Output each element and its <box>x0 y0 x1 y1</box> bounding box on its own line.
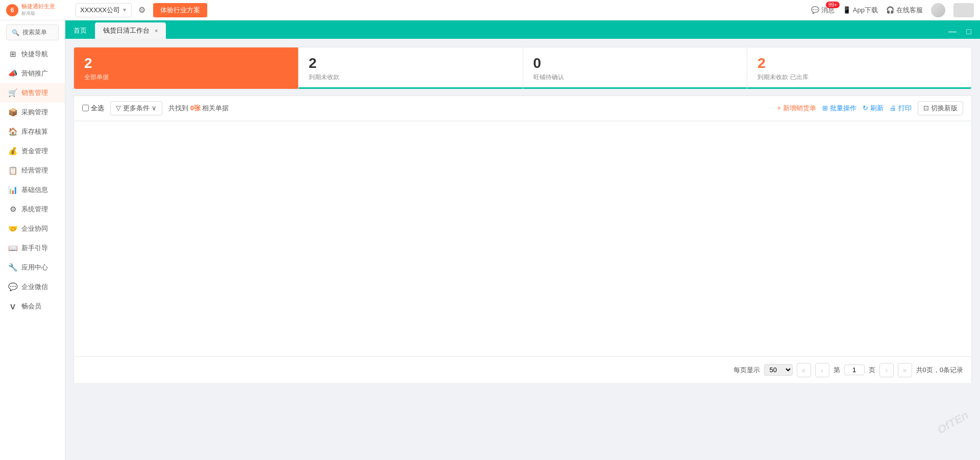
stat-label-all: 全部单据 <box>84 73 288 82</box>
sidebar-item-sales[interactable]: 🛒 销售管理 <box>0 83 65 103</box>
company-selector[interactable]: XXXXXX公司 ▼ <box>76 3 132 17</box>
sales-icon: 🛒 <box>8 88 17 98</box>
switch-label: 切换新版 <box>931 104 958 113</box>
stat-number-overdue: 2 <box>309 55 512 72</box>
sidebar-label-purchase: 采购管理 <box>21 108 48 117</box>
toolbar-right: + 新增销货单 ⊞ 批量操作 ↻ 刷新 🖨 打印 ⊡ 切换新版 <box>777 101 963 115</box>
app-center-icon: 🔧 <box>8 263 17 272</box>
stat-card-all[interactable]: 2 全部单据 <box>74 47 299 89</box>
first-page-button[interactable]: « <box>797 363 811 377</box>
sidebar-item-finance[interactable]: 💰 资金管理 <box>0 141 65 161</box>
inventory-icon: 🏠 <box>8 127 17 136</box>
nav-minimize-button[interactable]: — <box>945 25 960 39</box>
sidebar-label-app-center: 应用中心 <box>21 263 48 272</box>
nav-tabs: 首页 钱货日清工作台 × — □ <box>65 20 980 39</box>
sidebar-item-quick-nav[interactable]: ⊞ 快捷导航 <box>0 44 65 64</box>
search-menu-button[interactable]: 🔍 搜索菜单 <box>6 25 59 40</box>
sidebar-item-system[interactable]: ⚙ 系统管理 <box>0 200 65 219</box>
app-download-item[interactable]: 📱 App下载 <box>843 6 878 15</box>
sidebar-label-enterprise: 企业协同 <box>21 224 48 233</box>
header-right: 💬 消息 99+ 📱 App下载 🎧 在线客服 <box>811 3 974 17</box>
print-label: 打印 <box>898 104 912 113</box>
last-page-button[interactable]: » <box>898 363 912 377</box>
sidebar: 🔍 搜索菜单 ⊞ 快捷导航 📣 营销推广 🛒 销售管理 📦 采购管理 🏠 库存核… <box>0 0 65 460</box>
stat-number-all: 2 <box>84 55 288 72</box>
enterprise-icon: 🤝 <box>8 224 17 233</box>
dropdown-arrow-icon: ▼ <box>122 7 127 13</box>
tab-close-icon[interactable]: × <box>155 28 158 34</box>
page-size-label: 每页显示 <box>733 366 760 375</box>
filter-icon: ▽ <box>116 104 121 112</box>
filter-button[interactable]: ▽ 更多条件 ∨ <box>110 101 162 115</box>
result-text: 共找到 0张 相关单据 <box>168 104 229 113</box>
app-name: 畅捷通好生意 <box>21 3 55 10</box>
operation-icon: 📋 <box>8 166 17 175</box>
sidebar-item-marketing[interactable]: 📣 营销推广 <box>0 64 65 83</box>
sidebar-item-operation[interactable]: 📋 经营管理 <box>0 161 65 180</box>
batch-operation-button[interactable]: ⊞ 批量操作 <box>822 104 856 113</box>
next-page-button[interactable]: › <box>879 363 894 377</box>
result-suffix: 相关单据 <box>202 104 229 112</box>
checkbox-input[interactable] <box>82 105 89 111</box>
search-menu-label: 搜索菜单 <box>22 28 47 37</box>
stats-row: 2 全部单据 2 到期未收款 0 旺铺待确认 2 到期未收款 已出库 <box>74 47 972 89</box>
stat-card-overdue[interactable]: 2 到期未收款 <box>299 47 523 89</box>
page-label: 第 <box>834 366 840 375</box>
message-item[interactable]: 💬 消息 99+ <box>811 6 835 15</box>
select-all-checkbox[interactable]: 全选 <box>82 104 104 113</box>
add-icon: + <box>777 104 781 112</box>
quick-nav-icon: ⊞ <box>8 50 17 59</box>
sidebar-label-marketing: 营销推广 <box>21 69 48 78</box>
page-size-select[interactable]: 50 10 20 100 <box>764 364 793 376</box>
online-service-item[interactable]: 🎧 在线客服 <box>886 6 923 15</box>
system-icon: ⚙ <box>8 205 17 214</box>
sidebar-item-app-center[interactable]: 🔧 应用中心 <box>0 258 65 277</box>
print-button[interactable]: 🖨 打印 <box>890 104 912 113</box>
nav-actions: — □ <box>945 25 980 39</box>
avatar[interactable] <box>931 3 945 17</box>
purchase-icon: 📦 <box>8 108 17 117</box>
app-version: 标准版 <box>21 10 55 17</box>
stat-card-pending[interactable]: 0 旺铺待确认 <box>523 47 748 89</box>
tab-qingongzuo[interactable]: 钱货日清工作台 × <box>95 22 166 39</box>
switch-version-button[interactable]: ⊡ 切换新版 <box>918 101 963 115</box>
trial-button[interactable]: 体验行业方案 <box>153 3 207 17</box>
active-tab-label: 钱货日清工作台 <box>103 26 150 35</box>
sidebar-item-purchase[interactable]: 📦 采购管理 <box>0 103 65 122</box>
member-icon: V <box>8 302 17 311</box>
add-label: 新增销货单 <box>783 104 816 113</box>
sidebar-label-guide: 新手引导 <box>21 244 48 253</box>
sidebar-item-weixin[interactable]: 💬 企业微信 <box>0 277 65 297</box>
sidebar-label-sales: 销售管理 <box>21 88 48 98</box>
pagination: 每页显示 50 10 20 100 « ‹ 第 页 › » 共0页，0条记录 <box>74 356 971 383</box>
sidebar-item-enterprise[interactable]: 🤝 企业协同 <box>0 219 65 238</box>
toolbar-left: 全选 ▽ 更多条件 ∨ 共找到 0张 相关单据 <box>82 101 229 115</box>
add-sales-button[interactable]: + 新增销货单 <box>777 104 816 113</box>
stat-number-shipped: 2 <box>757 55 961 72</box>
sidebar-item-member[interactable]: V 畅会员 <box>0 297 65 316</box>
stat-label-shipped: 到期未收款 已出库 <box>757 73 961 82</box>
toolbar: 全选 ▽ 更多条件 ∨ 共找到 0张 相关单据 + 新增销货单 ⊞ 批量操作 <box>74 95 972 120</box>
nav-maximize-button[interactable]: □ <box>962 25 976 39</box>
prev-page-button[interactable]: ‹ <box>815 363 829 377</box>
settings-button[interactable]: ⚙ <box>135 3 149 17</box>
sidebar-label-operation: 经营管理 <box>21 166 48 175</box>
result-count: 0张 <box>190 104 201 112</box>
total-text: 共0页，0条记录 <box>916 366 963 375</box>
user-info[interactable] <box>953 3 974 17</box>
sidebar-item-inventory[interactable]: 🏠 库存核算 <box>0 122 65 141</box>
batch-icon: ⊞ <box>822 104 828 112</box>
tab-home[interactable]: 首页 <box>65 22 95 39</box>
company-name: XXXXXX公司 <box>80 6 120 15</box>
filter-down-icon: ∨ <box>152 104 157 112</box>
sidebar-item-base-info[interactable]: 📊 基础信息 <box>0 180 65 200</box>
sidebar-item-guide[interactable]: 📖 新手引导 <box>0 238 65 258</box>
online-service-label: 在线客服 <box>896 6 923 15</box>
message-icon: 💬 <box>811 6 819 14</box>
stat-card-shipped[interactable]: 2 到期未收款 已出库 <box>747 47 971 89</box>
sidebar-label-quick-nav: 快捷导航 <box>21 50 48 59</box>
refresh-button[interactable]: ↻ 刷新 <box>863 104 884 113</box>
sidebar-label-weixin: 企业微信 <box>21 282 48 292</box>
sidebar-label-finance: 资金管理 <box>21 147 48 156</box>
page-number-input[interactable] <box>844 365 865 375</box>
